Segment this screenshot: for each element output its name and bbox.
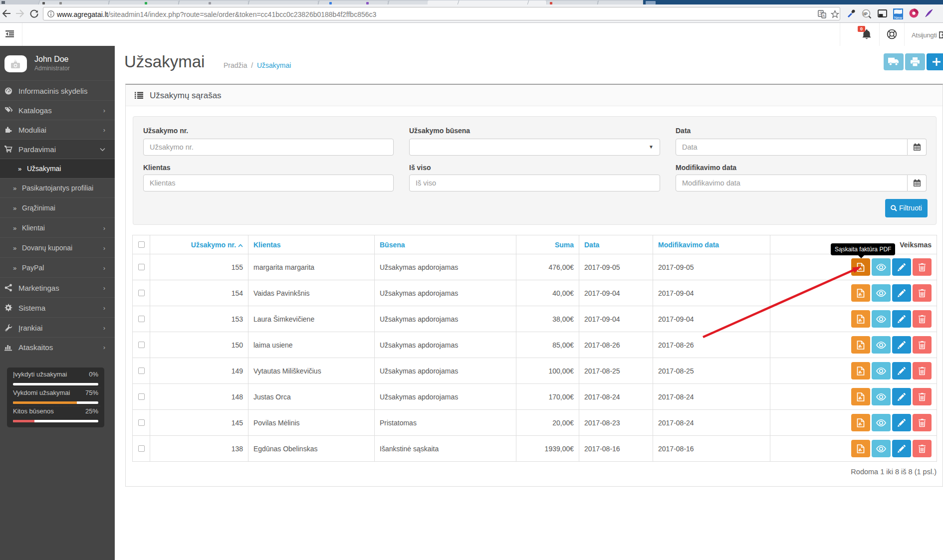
svg-text:New: New bbox=[894, 15, 902, 19]
svg-text:A: A bbox=[823, 14, 825, 17]
svg-text:IP: IP bbox=[863, 11, 868, 16]
